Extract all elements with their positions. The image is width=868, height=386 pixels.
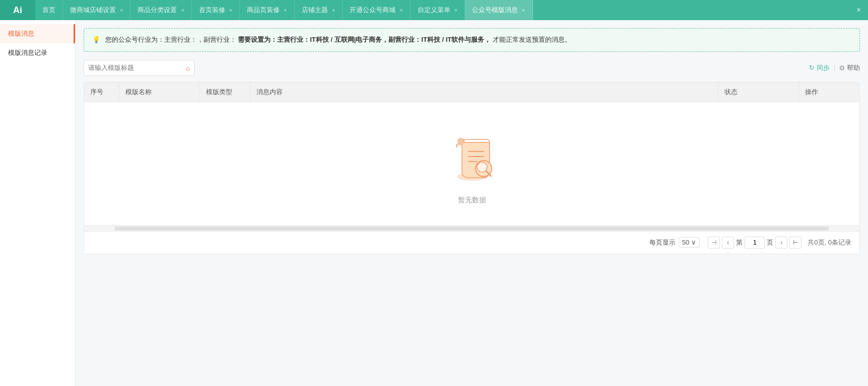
nav-tab-close-自定义菜单[interactable]: × <box>454 7 457 13</box>
nav-tab-close-首页装修[interactable]: × <box>229 7 232 13</box>
last-page-button[interactable]: ⊢ <box>789 237 802 249</box>
page-label-after: 页 <box>767 238 773 247</box>
sidebar: 模版消息模版消息记录 <box>0 20 76 386</box>
pagination: 每页显示 50 ∨ ⊣ ‹ 第 页 › ⊢ 共0页, 0条记录 <box>84 231 859 254</box>
notice-text-before: 您的公众号行业为：主营行业：，副营行业： <box>105 36 236 43</box>
data-table: 序号 模版名称 模版类型 消息内容 状态 操作 <box>84 82 860 254</box>
col-status: 状态 <box>718 83 799 102</box>
page-size-dropdown[interactable]: 50 ∨ <box>679 237 700 248</box>
nav-tab-公众号模版消息[interactable]: 公众号模版消息× <box>465 0 532 20</box>
search-icon[interactable]: ⌕ <box>186 64 190 72</box>
notice-text-after: 才能正常发送预置的消息。 <box>493 36 571 43</box>
nav-tab-微商城店铺设置[interactable]: 微商城店铺设置× <box>63 0 130 20</box>
empty-state: 暂无数据 <box>84 102 859 225</box>
first-page-button[interactable]: ⊣ <box>708 237 720 249</box>
col-type: 模版类型 <box>200 83 250 102</box>
nav-tab-自定义菜单[interactable]: 自定义菜单× <box>411 0 465 20</box>
prev-page-button[interactable]: ‹ <box>722 237 734 249</box>
next-page-button[interactable]: › <box>775 237 787 249</box>
horizontal-scrollbar[interactable] <box>84 225 859 231</box>
page-size-value: 50 <box>682 239 689 246</box>
search-input[interactable] <box>88 64 186 71</box>
page-label-before: 第 <box>736 238 743 247</box>
col-name: 模版名称 <box>119 83 200 102</box>
content-area: 💡 您的公众号行业为：主营行业：，副营行业： 需要设置为：主营行业：IT科技 /… <box>76 20 868 386</box>
nav-tab-close-商品分类设置[interactable]: × <box>181 7 184 13</box>
col-index: 序号 <box>84 83 119 102</box>
page-navigation: ⊣ ‹ 第 页 › ⊢ 共0页, 0条记录 <box>708 237 851 249</box>
notice-highlight: 需要设置为：主营行业：IT科技 / 互联网|电子商务，副营行业：IT科技 / I… <box>238 36 491 43</box>
sync-icon: ↻ <box>809 64 815 71</box>
divider: | <box>834 64 835 71</box>
page-summary: 共0页, 0条记录 <box>808 238 851 247</box>
brand-logo: Ai <box>0 0 35 20</box>
dropdown-icon: ∨ <box>691 239 696 246</box>
empty-state-icon <box>444 132 500 188</box>
help-button[interactable]: ⊙ 帮助 <box>839 63 860 72</box>
nav-tab-开通公众号商城[interactable]: 开通公众号商城× <box>343 0 410 20</box>
nav-tab-close-公众号模版消息[interactable]: × <box>522 7 525 13</box>
search-bar: ⌕ ↻ 同步 | ⊙ 帮助 <box>84 60 860 76</box>
notice-bar: 💡 您的公众号行业为：主营行业：，副营行业： 需要设置为：主营行业：IT科技 /… <box>84 28 860 52</box>
sync-label: 同步 <box>817 63 830 72</box>
nav-tab-close-店铺主题[interactable]: × <box>332 7 335 13</box>
nav-tab-close-微商城店铺设置[interactable]: × <box>120 7 123 13</box>
sync-button[interactable]: ↻ 同步 <box>809 63 830 72</box>
nav-tab-close-开通公众号商城[interactable]: × <box>399 7 403 13</box>
main-layout: 模版消息模版消息记录 💡 您的公众号行业为：主营行业：，副营行业： 需要设置为：… <box>0 20 868 386</box>
page-size-label: 每页显示 <box>649 238 676 247</box>
top-nav: Ai 首页微商城店铺设置×商品分类设置×首页装修×商品页装修×店铺主题×开通公众… <box>0 0 868 20</box>
table-header: 序号 模版名称 模版类型 消息内容 状态 操作 <box>84 83 859 102</box>
nav-tab-商品分类设置[interactable]: 商品分类设置× <box>130 0 191 20</box>
nav-tab-close-商品页装修[interactable]: × <box>284 7 287 13</box>
nav-tab-商品页装修[interactable]: 商品页装修× <box>240 0 294 20</box>
empty-text: 暂无数据 <box>458 196 486 205</box>
help-label: 帮助 <box>847 63 860 72</box>
page-size-select: 每页显示 50 ∨ <box>649 237 700 248</box>
nav-tab-首页[interactable]: 首页 <box>35 0 63 20</box>
col-content: 消息内容 <box>250 83 718 102</box>
current-page-input[interactable] <box>745 237 765 249</box>
sidebar-item-模版消息[interactable]: 模版消息 <box>0 24 75 43</box>
search-actions: ↻ 同步 | ⊙ 帮助 <box>809 63 860 72</box>
close-all-button[interactable]: × <box>849 0 868 20</box>
col-action: 操作 <box>799 83 859 102</box>
nav-tab-店铺主题[interactable]: 店铺主题× <box>295 0 343 20</box>
nav-tabs: 首页微商城店铺设置×商品分类设置×首页装修×商品页装修×店铺主题×开通公众号商城… <box>35 0 849 20</box>
notice-icon: 💡 <box>92 36 100 43</box>
sidebar-item-模版消息记录[interactable]: 模版消息记录 <box>0 43 75 62</box>
search-input-wrap[interactable]: ⌕ <box>84 60 194 76</box>
nav-tab-首页装修[interactable]: 首页装修× <box>192 0 240 20</box>
help-icon: ⊙ <box>839 64 845 71</box>
scrollbar-track <box>114 226 829 230</box>
